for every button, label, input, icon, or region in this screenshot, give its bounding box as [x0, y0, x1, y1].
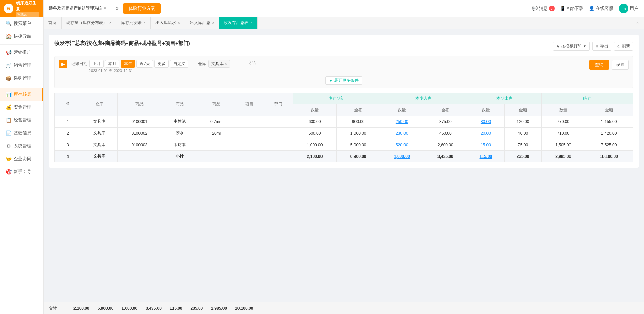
row-in-qty[interactable]: 520.00 — [380, 139, 424, 151]
date-buttons: 上月 本月 本年 近7天 更多 自定义 — [89, 60, 188, 68]
row-bal-qty: 710.00 — [542, 128, 585, 139]
row-in-qty[interactable]: 1,000.00 — [380, 151, 424, 162]
nav-label-sales: 销售管理 — [14, 62, 31, 68]
warehouse-label: 仓库 — [198, 61, 206, 67]
print-btn[interactable]: 🖨 按模板打印 ▼ — [553, 42, 590, 51]
spec-col-header: 商品 — [198, 93, 235, 116]
tab-2[interactable]: 库存批次账× — [116, 17, 151, 29]
tab-label-3: 出入库流水 — [155, 20, 176, 26]
tab-0[interactable]: 首页 — [44, 17, 62, 29]
gear-icon[interactable]: ⚙ — [115, 6, 119, 11]
out-qty-link[interactable]: 20.00 — [481, 131, 491, 136]
tab-close-5[interactable]: × — [250, 21, 252, 25]
warehouse-tag-close[interactable]: × — [225, 62, 227, 66]
settings-col-header[interactable]: ⚙ — [55, 93, 81, 116]
nav-icon-finance: 💰 — [5, 104, 12, 110]
message-btn[interactable]: 💬 消息 6 — [532, 5, 555, 12]
goods-filter-more[interactable]: ... — [258, 61, 264, 65]
warehouse-filter-tag[interactable]: 文具库 × — [208, 60, 230, 68]
export-btn[interactable]: ⬇ 导出 — [592, 42, 611, 51]
sidebar-item-purchase[interactable]: 📦 采购管理 — [0, 72, 43, 85]
nav-icon-quick-nav: 🏠 — [5, 33, 12, 39]
out-qty-link[interactable]: 15.00 — [481, 143, 491, 147]
topbar: 装备及固定资产辅助管理系统 ▼ ⚙ 体验行业方案 💬 消息 6 📱 App下载 … — [44, 0, 644, 17]
in-group-header: 本期入库 — [380, 93, 467, 104]
sidebar-item-system[interactable]: ⚙ 系统管理 — [0, 139, 43, 152]
nav-label-guide: 新手引导 — [14, 169, 31, 175]
row-out-amt: 75.00 — [505, 139, 542, 151]
online-service-btn[interactable]: 👤 在线客服 — [589, 5, 613, 12]
system-title[interactable]: 装备及固定资产辅助管理系统 ▼ — [49, 5, 107, 11]
sidebar-item-sales[interactable]: 🛒 销售管理 — [0, 59, 43, 72]
row-bal-qty: 1,505.00 — [542, 139, 585, 151]
sidebar-item-quick-nav[interactable]: 🏠 快捷导航 — [0, 30, 43, 43]
sidebar-item-basic[interactable]: 📄 基础信息 — [0, 127, 43, 139]
row-open-qty: 1,000.00 — [293, 139, 336, 151]
row-out-qty[interactable]: 80.00 — [467, 116, 504, 128]
nav-icon-system: ⚙ — [5, 143, 12, 149]
tab-3[interactable]: 出入库流水× — [151, 17, 185, 29]
row-in-qty[interactable]: 230.00 — [380, 128, 424, 139]
balance-group-header: 结存 — [542, 93, 633, 104]
date-btn-more[interactable]: 更多 — [154, 60, 169, 68]
row-warehouse: 文具库 — [81, 128, 118, 139]
date-btn-7days[interactable]: 近7天 — [136, 60, 153, 68]
tab-close-2[interactable]: × — [144, 21, 146, 25]
sidebar-item-search[interactable]: 🔍 搜索菜单 — [0, 17, 43, 30]
in-qty-link[interactable]: 1,000.00 — [394, 154, 410, 159]
trial-btn[interactable]: 体验行业方案 — [123, 3, 161, 14]
sidebar: 6 畅库通好生意 标准版 🔍 搜索菜单 🏠 快捷导航 📢 营销推广 🛒 销售管理… — [0, 0, 44, 314]
refresh-btn[interactable]: ↻ 刷新 — [614, 42, 633, 51]
tab-5[interactable]: 收发存汇总表× — [219, 17, 258, 29]
row-open-amt: 6,900.00 — [336, 151, 380, 162]
in-qty-link[interactable]: 520.00 — [396, 143, 408, 147]
sidebar-item-finance[interactable]: 💰 资金管理 — [0, 101, 43, 114]
row-project — [235, 128, 264, 139]
row-in-qty[interactable]: 250.00 — [380, 116, 424, 128]
total-bal-qty: 2,985.00 — [211, 306, 227, 311]
tab-close-1[interactable]: × — [109, 21, 111, 25]
out-qty-header: 数量 — [467, 104, 504, 116]
sidebar-item-guide[interactable]: 🎯 新手引导 — [0, 165, 43, 178]
total-out-qty: 115.00 — [170, 306, 182, 311]
tab-close-4[interactable]: × — [212, 21, 214, 25]
sidebar-item-operations[interactable]: 📋 经营管理 — [0, 114, 43, 127]
app-download-btn[interactable]: 📱 App下载 — [560, 5, 583, 12]
date-btn-this-month[interactable]: 本月 — [105, 60, 119, 68]
user-btn[interactable]: Ea 用户 — [619, 4, 639, 13]
sidebar-item-enterprise[interactable]: 🤝 企业协同 — [0, 152, 43, 165]
row-out-qty[interactable]: 115.00 — [467, 151, 504, 162]
date-btn-this-year[interactable]: 本年 — [121, 60, 135, 68]
row-out-qty[interactable]: 15.00 — [467, 139, 504, 151]
filter-collapse-btn[interactable]: ▶ — [59, 60, 67, 68]
row-out-qty[interactable]: 20.00 — [467, 128, 504, 139]
close-all-tabs-btn[interactable]: × — [636, 21, 644, 26]
warehouse-filter-more[interactable]: ... — [232, 62, 238, 66]
sidebar-item-inventory[interactable]: 📊 库存核算 — [0, 88, 43, 101]
nav-icon-marketing: 📢 — [5, 49, 12, 55]
nav-label-marketing: 营销推广 — [14, 49, 31, 55]
tab-close-3[interactable]: × — [178, 21, 180, 25]
out-qty-link[interactable]: 80.00 — [481, 119, 491, 124]
table-row: 4 文具库 小计 2,100.00 6,900.00 1,000.00 3,43… — [55, 151, 633, 162]
service-icon: 👤 — [589, 6, 594, 11]
nav-label-inventory: 库存核算 — [14, 91, 31, 97]
out-qty-link[interactable]: 115.00 — [480, 154, 492, 159]
tab-4[interactable]: 出入库汇总× — [185, 17, 219, 29]
in-qty-link[interactable]: 230.00 — [396, 131, 408, 136]
date-btn-last-month[interactable]: 上月 — [89, 60, 104, 68]
tab-1[interactable]: 现存量（库存分布表）× — [62, 17, 116, 29]
logo-text: 畅库通好生意 标准版 — [16, 0, 39, 17]
query-btn[interactable]: 查询 — [589, 60, 609, 70]
total-label: 合计 — [49, 305, 57, 311]
expand-filter-btn[interactable]: ▼ 展开更多条件 — [325, 76, 363, 85]
nav-label-operations: 经营管理 — [14, 117, 31, 123]
setting-btn[interactable]: 设置 — [612, 60, 629, 70]
tab-label-5: 收发存汇总表 — [224, 20, 248, 26]
row-spec: 20ml — [198, 128, 235, 139]
row-spec — [198, 151, 235, 162]
sidebar-item-marketing[interactable]: 📢 营销推广 — [0, 46, 43, 59]
date-btn-custom[interactable]: 自定义 — [170, 60, 188, 68]
row-bal-qty: 2,985.00 — [542, 151, 585, 162]
in-qty-link[interactable]: 250.00 — [396, 119, 408, 124]
